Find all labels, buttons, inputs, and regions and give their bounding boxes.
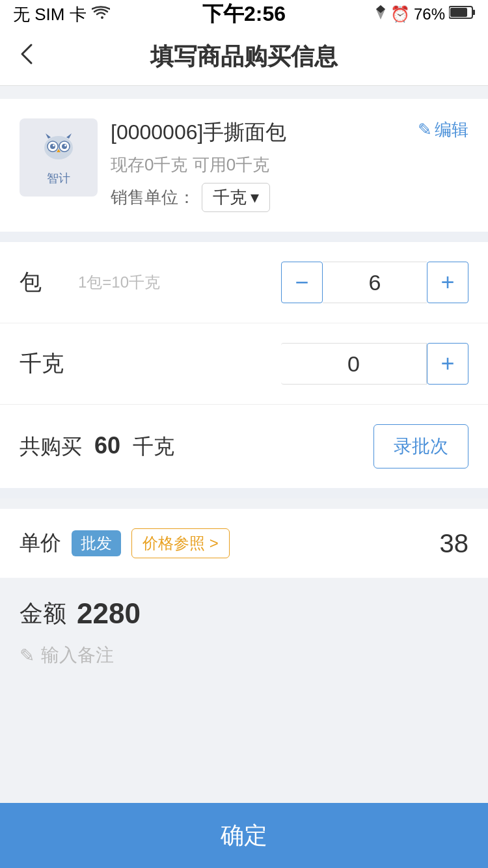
product-image: 智计	[20, 118, 98, 197]
quantity-row-kg: 千克 +	[0, 323, 488, 405]
quantity-section: 包 1包=10千克 − + 千克 +	[0, 242, 488, 405]
quantity-label-kg: 千克	[20, 349, 72, 379]
amount-section: 金额 2280 ✎ 输入备注	[0, 578, 488, 678]
alarm-icon: ⏰	[390, 5, 410, 23]
product-unit-row: 销售单位： 千克 ▾	[111, 183, 468, 212]
divider-2	[0, 488, 488, 498]
product-info: [0000006]手撕面包 ✎ 编辑 现存0千克 可用0千克 销售单位： 千克 …	[111, 118, 468, 212]
spacer	[0, 678, 488, 803]
product-name: [0000006]手撕面包	[111, 118, 286, 147]
confirm-label: 确定	[221, 820, 267, 852]
nav-bar: 填写商品购买信息	[0, 29, 488, 86]
unit-label: 销售单位：	[111, 186, 195, 209]
svg-point-8	[53, 144, 55, 146]
status-left: 无 SIM 卡	[13, 3, 110, 26]
product-logo	[39, 129, 78, 168]
quantity-input-kg[interactable]	[281, 343, 427, 385]
svg-point-7	[62, 144, 67, 149]
svg-point-6	[50, 144, 55, 149]
status-bar: 无 SIM 卡 下午2:56 ⏰ 76%	[0, 0, 488, 29]
battery-icon	[449, 5, 475, 23]
page-title: 填写商品购买信息	[150, 41, 338, 73]
pencil-icon: ✎	[20, 645, 34, 666]
amount-label: 金额	[20, 598, 66, 630]
amount-value: 2280	[77, 597, 141, 630]
price-ref-label: 价格参照 >	[142, 533, 219, 554]
product-card: 智计 [0000006]手撕面包 ✎ 编辑 现存0千克 可用0千克 销售单位： …	[0, 99, 488, 232]
svg-point-9	[64, 144, 66, 146]
quantity-hint-bao: 1包=10千克	[78, 272, 281, 293]
wifi-icon	[92, 5, 110, 25]
svg-rect-1	[472, 10, 475, 15]
confirm-button[interactable]: 确定	[0, 803, 488, 868]
total-text: 共购买 60 千克	[20, 432, 174, 461]
divider-1	[0, 232, 488, 242]
status-right: ⏰ 76%	[375, 5, 475, 23]
quantity-plus-button-kg[interactable]: +	[427, 343, 468, 385]
unit-value: 千克	[213, 186, 247, 209]
total-suffix: 千克	[133, 435, 174, 458]
quantity-row-bao: 包 1包=10千克 − +	[0, 242, 488, 323]
svg-rect-2	[450, 8, 467, 17]
unit-select[interactable]: 千克 ▾	[202, 183, 270, 212]
total-prefix: 共购买	[20, 435, 82, 458]
price-value: 38	[440, 529, 469, 558]
product-brand: 智计	[47, 170, 70, 186]
status-time: 下午2:56	[202, 0, 286, 29]
amount-row: 金额 2280	[20, 597, 468, 630]
quantity-controls-kg: +	[281, 343, 468, 385]
price-label: 单价	[20, 529, 61, 558]
svg-marker-11	[46, 133, 51, 139]
batch-button[interactable]: 录批次	[373, 424, 468, 468]
unit-chevron-icon: ▾	[251, 187, 259, 208]
quantity-input-bao[interactable]	[323, 262, 427, 303]
carrier-label: 无 SIM 卡	[13, 3, 87, 26]
price-ref-button[interactable]: 价格参照 >	[131, 528, 230, 558]
total-row: 共购买 60 千克 录批次	[0, 405, 488, 488]
battery-label: 76%	[414, 5, 445, 23]
svg-marker-12	[66, 133, 72, 139]
edit-icon: ✎	[418, 120, 432, 140]
quantity-plus-button-bao[interactable]: +	[427, 262, 468, 303]
batch-label: 录批次	[394, 436, 448, 456]
total-value: 60	[94, 432, 120, 459]
product-stock: 现存0千克 可用0千克	[111, 154, 468, 176]
edit-label: 编辑	[435, 118, 468, 141]
back-button[interactable]	[20, 42, 34, 72]
quantity-controls-bao: − +	[281, 262, 468, 303]
note-row: ✎ 输入备注	[20, 643, 468, 668]
edit-button[interactable]: ✎ 编辑	[418, 118, 468, 141]
price-section: 单价 批发 价格参照 > 38	[0, 509, 488, 578]
price-tag: 批发	[72, 530, 121, 556]
location-icon	[375, 5, 386, 23]
quantity-label-bao: 包	[20, 267, 72, 297]
note-placeholder[interactable]: 输入备注	[41, 643, 114, 668]
quantity-minus-button-bao[interactable]: −	[281, 262, 323, 303]
